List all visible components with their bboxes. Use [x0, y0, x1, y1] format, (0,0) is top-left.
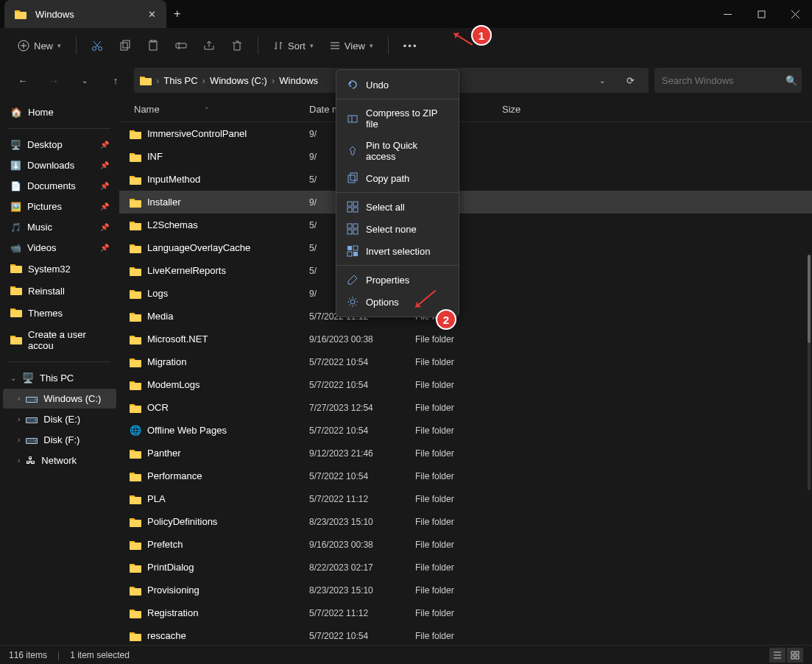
- sidebar-quick-system32[interactable]: System32: [3, 258, 116, 280]
- chevron-right-icon: ›: [18, 456, 20, 465]
- crumb-drive[interactable]: Windows (C:): [210, 75, 267, 86]
- icon: 🎵: [10, 222, 21, 233]
- file-row[interactable]: Prefetch9/16/2023 00:38File folder: [119, 533, 812, 556]
- file-name: PrintDialog: [147, 562, 194, 573]
- ctx-copy-path[interactable]: Copy path: [336, 167, 459, 189]
- ctx-pin-to-quick-access[interactable]: Pin to Quick access: [336, 135, 459, 167]
- sidebar-quick-pictures[interactable]: 🖼️Pictures📌: [3, 197, 116, 216]
- ctx-invert-selection[interactable]: Invert selection: [336, 240, 459, 262]
- file-row[interactable]: PLA5/7/2022 11:12File folder: [119, 487, 812, 510]
- ctx-select-none[interactable]: Select none: [336, 218, 459, 240]
- close-button[interactable]: [778, 0, 812, 28]
- close-tab-icon[interactable]: ✕: [148, 9, 156, 20]
- more-button[interactable]: •••: [398, 33, 424, 58]
- col-name[interactable]: Name⌃: [119, 104, 309, 115]
- sidebar-home[interactable]: 🏠 Home: [3, 102, 116, 122]
- file-row[interactable]: Microsoft.NET9/16/2023 00:38File folder: [119, 328, 812, 350]
- view-button[interactable]: View ▾: [324, 33, 379, 58]
- file-row[interactable]: OCR7/27/2023 12:54File folder: [119, 396, 812, 419]
- new-tab-button[interactable]: +: [174, 7, 180, 21]
- file-row[interactable]: LanguageOverlayCache5/: [119, 236, 812, 259]
- file-row[interactable]: LiveKernelReports5/: [119, 259, 812, 282]
- file-row[interactable]: Provisioning8/23/2023 15:10File folder: [119, 579, 812, 601]
- sidebar-drive-2[interactable]: ›Disk (F:): [3, 430, 116, 450]
- file-type: File folder: [415, 334, 502, 345]
- back-button[interactable]: ←: [10, 68, 35, 93]
- crumb-thispc[interactable]: This PC: [163, 75, 197, 86]
- file-row[interactable]: Installer9/er: [119, 191, 812, 213]
- ctx-properties[interactable]: Properties: [336, 269, 459, 291]
- ctx-options[interactable]: Options: [336, 291, 459, 313]
- folder-icon: [130, 448, 141, 459]
- details-view-button[interactable]: [769, 648, 785, 663]
- folder-icon: [130, 517, 141, 527]
- file-row[interactable]: InputMethod5/: [119, 168, 812, 191]
- file-row[interactable]: L2Schemas5/: [119, 213, 812, 236]
- ctx-undo[interactable]: Undo: [336, 74, 459, 96]
- folder-icon: [140, 75, 152, 85]
- copy-button[interactable]: [113, 33, 137, 58]
- scrollbar[interactable]: [808, 255, 811, 490]
- file-row[interactable]: Media5/7/2022 11:12File folder: [119, 305, 812, 328]
- new-button[interactable]: New ▾: [12, 33, 67, 58]
- sidebar-quick-desktop[interactable]: 🖥️Desktop📌: [3, 135, 116, 155]
- svg-point-31: [350, 300, 355, 304]
- search-input[interactable]: [662, 75, 785, 86]
- sidebar-network[interactable]: › 🖧 Network: [3, 451, 116, 470]
- file-row[interactable]: Performance5/7/2022 10:54File folder: [119, 465, 812, 487]
- sidebar-drive-1[interactable]: ›Disk (E:): [3, 409, 116, 429]
- folder-icon: [130, 403, 141, 413]
- share-button[interactable]: [197, 33, 221, 58]
- maximize-button[interactable]: [744, 0, 778, 28]
- addr-dropdown-button[interactable]: ⌄: [590, 68, 615, 93]
- window-tab[interactable]: Windows ✕: [4, 0, 166, 28]
- sidebar-quick-reinstall[interactable]: Reinstall: [3, 280, 116, 302]
- file-row[interactable]: ModemLogs5/7/2022 10:54File folder: [119, 373, 812, 396]
- cut-button[interactable]: [85, 33, 109, 58]
- folder-icon: [130, 289, 141, 299]
- file-row[interactable]: ImmersiveControlPanel9/: [119, 122, 812, 145]
- sidebar-drive-0[interactable]: ›Windows (C:): [3, 389, 116, 409]
- file-date: 5/7/2022 10:54: [309, 631, 415, 641]
- file-list[interactable]: ImmersiveControlPanel9/INF9/InputMethod5…: [119, 122, 812, 645]
- rename-button[interactable]: [169, 33, 193, 58]
- paste-button[interactable]: [141, 33, 165, 58]
- file-name: Logs: [147, 288, 168, 299]
- svg-rect-7: [121, 43, 127, 50]
- sidebar-quick-create-a-user-accou[interactable]: Create a user accou: [3, 325, 116, 356]
- ctx-select-all[interactable]: Select all: [336, 196, 459, 218]
- sidebar-quick-videos[interactable]: 📹Videos📌: [3, 238, 116, 258]
- delete-button[interactable]: [225, 33, 249, 58]
- file-row[interactable]: Panther9/12/2023 21:46File folder: [119, 442, 812, 465]
- minimize-button[interactable]: [710, 0, 744, 28]
- up-chevron-button[interactable]: ⌄: [72, 68, 97, 93]
- svg-rect-18: [350, 173, 357, 180]
- sidebar-quick-music[interactable]: 🎵Music📌: [3, 217, 116, 237]
- file-row[interactable]: PolicyDefinitions8/23/2023 15:10File fol…: [119, 510, 812, 533]
- thumbnails-view-button[interactable]: [787, 648, 803, 663]
- file-row[interactable]: Migration5/7/2022 10:54File folder: [119, 350, 812, 373]
- col-size[interactable]: Size: [502, 104, 546, 115]
- refresh-button[interactable]: ⟳: [618, 68, 643, 93]
- sort-button[interactable]: Sort ▾: [267, 33, 319, 58]
- sidebar-thispc[interactable]: ⌄ 🖥️ This PC: [3, 368, 116, 388]
- file-row[interactable]: Registration5/7/2022 11:12File folder: [119, 601, 812, 624]
- folder-icon: [130, 197, 141, 208]
- file-row[interactable]: Logs9/: [119, 282, 812, 305]
- sidebar-quick-downloads[interactable]: ⬇️Downloads📌: [3, 155, 116, 175]
- file-row[interactable]: 🌐Offline Web Pages5/7/2022 10:54File fol…: [119, 419, 812, 442]
- file-date: 5/7/2022 11:12: [309, 608, 415, 618]
- sidebar-quick-documents[interactable]: 📄Documents📌: [3, 176, 116, 196]
- file-row[interactable]: rescache5/7/2022 10:54File folder: [119, 624, 812, 645]
- crumb-folder[interactable]: Windows: [279, 75, 318, 86]
- ctx-compress-to-zip-file[interactable]: Compress to ZIP file: [336, 102, 459, 135]
- file-row[interactable]: INF9/: [119, 145, 812, 168]
- up-button[interactable]: ↑: [103, 68, 128, 93]
- file-row[interactable]: PrintDialog8/22/2023 02:17File folder: [119, 556, 812, 579]
- rename-icon: [175, 40, 187, 52]
- forward-button[interactable]: →: [41, 68, 66, 93]
- file-name: L2Schemas: [147, 219, 198, 230]
- file-name: OCR: [147, 402, 169, 413]
- search-box[interactable]: 🔍: [654, 68, 802, 93]
- sidebar-quick-themes[interactable]: Themes: [3, 303, 116, 324]
